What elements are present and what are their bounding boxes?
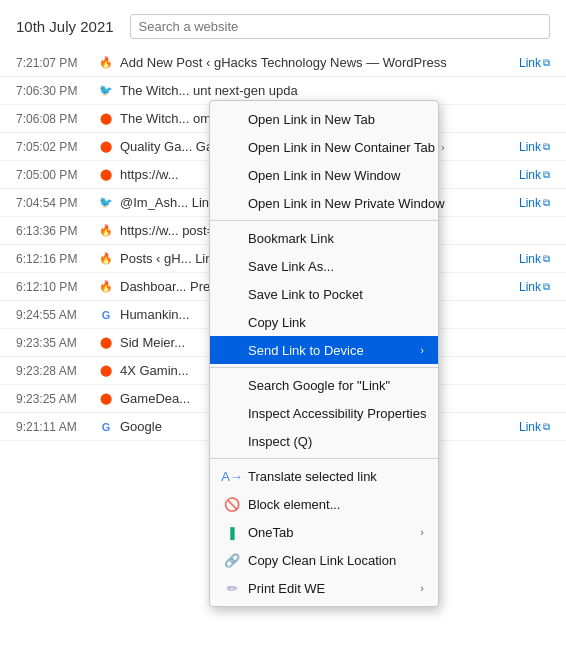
menu-item-search-google[interactable]: Search Google for "Link"	[210, 371, 438, 399]
menu-placeholder-icon	[224, 433, 240, 449]
menu-item-label: Print Edit WE	[248, 581, 325, 596]
favicon-icon: 🔥	[98, 279, 114, 295]
menu-placeholder-icon	[224, 342, 240, 358]
menu-item-label: Save Link to Pocket	[248, 287, 363, 302]
history-time: 9:23:35 AM	[16, 336, 92, 350]
favicon-icon: 🔥	[98, 223, 114, 239]
history-time: 7:05:02 PM	[16, 140, 92, 154]
history-title: Add New Post ‹ gHacks Technology News — …	[120, 55, 513, 70]
history-time: 6:12:10 PM	[16, 280, 92, 294]
menu-separator	[210, 458, 438, 459]
menu-item-label: OneTab	[248, 525, 294, 540]
menu-item-content: 🚫 Block element...	[224, 496, 341, 512]
external-icon: ⧉	[543, 141, 550, 153]
menu-item-inspect[interactable]: Inspect (Q)	[210, 427, 438, 455]
menu-item-open-container-tab[interactable]: Open Link in New Container Tab ›	[210, 133, 438, 161]
menu-item-content: Save Link As...	[224, 258, 334, 274]
menu-item-copy-link[interactable]: Copy Link	[210, 308, 438, 336]
menu-item-open-new-tab[interactable]: Open Link in New Tab	[210, 105, 438, 133]
favicon-icon: ⬤	[98, 111, 114, 127]
menu-placeholder-icon	[224, 377, 240, 393]
menu-item-inspect-accessibility[interactable]: Inspect Accessibility Properties	[210, 399, 438, 427]
submenu-chevron-icon: ›	[420, 582, 424, 594]
menu-placeholder-icon	[224, 167, 240, 183]
menu-item-label: Block element...	[248, 497, 341, 512]
favicon-icon: 🔥	[98, 251, 114, 267]
link-badge[interactable]: Link ⧉	[519, 420, 550, 434]
menu-item-content: Inspect Accessibility Properties	[224, 405, 426, 421]
menu-item-label: Bookmark Link	[248, 231, 334, 246]
onetab-icon: ❚	[224, 524, 240, 540]
menu-placeholder-icon	[224, 405, 240, 421]
menu-item-content: ✏ Print Edit WE	[224, 580, 325, 596]
external-icon: ⧉	[543, 421, 550, 433]
history-time: 9:21:11 AM	[16, 420, 92, 434]
menu-item-copy-clean-link[interactable]: 🔗 Copy Clean Link Location	[210, 546, 438, 574]
menu-item-open-new-window[interactable]: Open Link in New Window	[210, 161, 438, 189]
menu-item-label: Send Link to Device	[248, 343, 364, 358]
menu-item-label: Inspect (Q)	[248, 434, 312, 449]
favicon-icon: 🔥	[98, 55, 114, 71]
link-badge[interactable]: Link ⧉	[519, 196, 550, 210]
link-badge[interactable]: Link ⧉	[519, 140, 550, 154]
submenu-chevron-icon: ›	[420, 526, 424, 538]
menu-item-content: Search Google for "Link"	[224, 377, 390, 393]
menu-item-onetab[interactable]: ❚ OneTab ›	[210, 518, 438, 546]
menu-item-content: Bookmark Link	[224, 230, 334, 246]
menu-item-content: Send Link to Device	[224, 342, 364, 358]
menu-item-content: Save Link to Pocket	[224, 286, 363, 302]
favicon-icon: ⬤	[98, 335, 114, 351]
menu-placeholder-icon	[224, 139, 240, 155]
menu-placeholder-icon	[224, 111, 240, 127]
menu-item-content: ❚ OneTab	[224, 524, 294, 540]
favicon-icon: 🐦	[98, 195, 114, 211]
page-date: 10th July 2021	[16, 18, 114, 35]
translate-icon: A→	[224, 468, 240, 484]
history-time: 9:23:25 AM	[16, 392, 92, 406]
favicon-icon: ⬤	[98, 167, 114, 183]
external-icon: ⧉	[543, 169, 550, 181]
favicon-icon: G	[98, 419, 114, 435]
link-badge[interactable]: Link ⧉	[519, 252, 550, 266]
history-time: 7:21:07 PM	[16, 56, 92, 70]
copy-clean-icon: 🔗	[224, 552, 240, 568]
menu-placeholder-icon	[224, 314, 240, 330]
link-badge[interactable]: Link ⧉	[519, 168, 550, 182]
favicon-icon: ⬤	[98, 391, 114, 407]
link-badge[interactable]: Link ⧉	[519, 280, 550, 294]
menu-item-block-element[interactable]: 🚫 Block element...	[210, 490, 438, 518]
menu-item-open-private-window[interactable]: Open Link in New Private Window	[210, 189, 438, 217]
external-icon: ⧉	[543, 253, 550, 265]
menu-item-label: Search Google for "Link"	[248, 378, 390, 393]
menu-placeholder-icon	[224, 258, 240, 274]
history-row[interactable]: 7:21:07 PM 🔥 Add New Post ‹ gHacks Techn…	[0, 49, 566, 77]
menu-item-bookmark-link[interactable]: Bookmark Link	[210, 224, 438, 252]
menu-item-content: Open Link in New Container Tab	[224, 139, 435, 155]
menu-item-label: Copy Link	[248, 315, 306, 330]
favicon-icon: G	[98, 307, 114, 323]
menu-item-translate[interactable]: A→ Translate selected link	[210, 462, 438, 490]
menu-item-save-link-as[interactable]: Save Link As...	[210, 252, 438, 280]
history-time: 9:23:28 AM	[16, 364, 92, 378]
menu-item-label: Open Link in New Window	[248, 168, 400, 183]
menu-item-content: A→ Translate selected link	[224, 468, 377, 484]
context-menu: Open Link in New Tab Open Link in New Co…	[209, 100, 439, 607]
menu-placeholder-icon	[224, 230, 240, 246]
menu-item-content: Copy Link	[224, 314, 306, 330]
history-time: 7:06:08 PM	[16, 112, 92, 126]
history-time: 6:13:36 PM	[16, 224, 92, 238]
menu-item-save-pocket[interactable]: Save Link to Pocket	[210, 280, 438, 308]
link-badge[interactable]: Link ⧉	[519, 56, 550, 70]
menu-item-label: Translate selected link	[248, 469, 377, 484]
search-input[interactable]	[130, 14, 550, 39]
menu-item-print-edit-we[interactable]: ✏ Print Edit WE ›	[210, 574, 438, 602]
external-icon: ⧉	[543, 57, 550, 69]
menu-item-label: Copy Clean Link Location	[248, 553, 396, 568]
menu-item-send-link-device[interactable]: Send Link to Device ›	[210, 336, 438, 364]
menu-item-label: Save Link As...	[248, 259, 334, 274]
history-title: The Witch... unt next-gen upda	[120, 83, 550, 98]
block-icon: 🚫	[224, 496, 240, 512]
favicon-icon: ⬤	[98, 363, 114, 379]
menu-item-content: Inspect (Q)	[224, 433, 312, 449]
history-time: 7:06:30 PM	[16, 84, 92, 98]
